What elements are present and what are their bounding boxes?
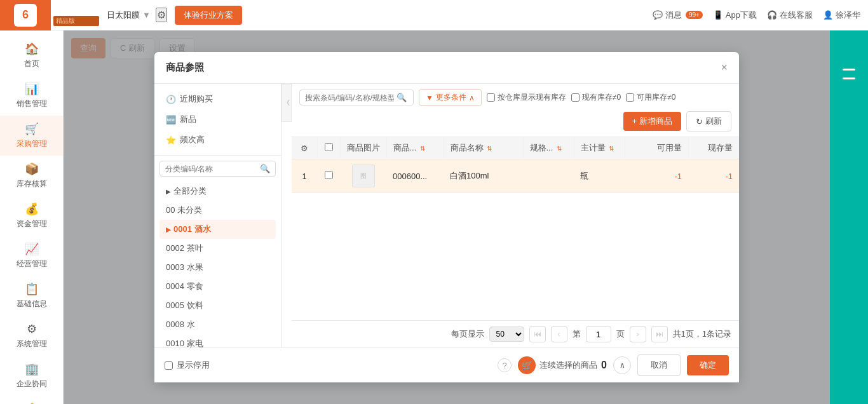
modal-body: 🕐 近期购买 🆕 新品 ⭐ 频次高 [154,84,739,347]
try-button[interactable]: 体验行业方案 [175,6,242,25]
modal-close-button[interactable]: × [721,61,728,74]
row-checkbox-cell[interactable] [317,159,340,193]
sidebar-item-enterprise[interactable]: 🏢 企业协同 [0,356,63,396]
product-search-input[interactable] [305,93,394,102]
row-avail: -1 [625,159,688,193]
category-search-box[interactable]: 🔍 [159,161,276,177]
cart-summary: 🛒 连续选择的商品 0 [518,356,607,374]
messages-label: 消息 [665,10,682,21]
category-all-label: 全部分类 [173,185,207,197]
category-drink[interactable]: 0005 饮料 [159,296,276,315]
main-layout: 🏠 首页 📊 销售管理 🛒 采购管理 📦 库存核算 💰 资金管理 📈 经营管理 … [0,30,868,404]
toolbar-right: + 新增商品 ↻ 刷新 [623,111,731,131]
sidebar-item-finance[interactable]: 💰 资金管理 [0,196,63,236]
sidebar-item-sales[interactable]: 📊 销售管理 [0,76,63,116]
sidebar-label-purchase: 采购管理 [17,138,47,149]
category-all[interactable]: ▶ 全部分类 [159,182,276,201]
category-uncategorized[interactable]: 00 未分类 [159,201,276,220]
headset-icon: 🎧 [767,10,777,20]
expand-icon[interactable] [843,77,855,79]
col-gear[interactable]: ⚙ [292,137,317,159]
collapse-panel-button[interactable]: 《 [281,84,292,122]
settings-icon[interactable]: ⚙ [156,8,167,22]
category-fruit[interactable]: 0003 水果 [159,258,276,277]
show-disabled-label[interactable]: 显示停用 [165,360,210,371]
fold-button[interactable]: ∧ [613,356,631,374]
logo-icon: 6 [14,4,37,27]
sidebar-item-guide[interactable]: 🔔 新手引导 [0,396,63,404]
per-page-select[interactable]: 50 100 200 [489,327,524,342]
category-tea[interactable]: 0002 茶叶 [159,239,276,258]
finance-icon: 💰 [25,202,39,216]
store-arrow-icon: ▼ [142,10,151,20]
table-row[interactable]: 1 图 000600... 白酒100ml 瓶 [292,159,739,193]
category-appliance[interactable]: 0010 家电 [159,334,276,347]
service-nav[interactable]: 🎧 在线客服 [767,10,813,21]
warehouse-checkbox-label[interactable]: 按仓库显示现有库存 [487,92,566,103]
col-avail-header: 可用量 [625,137,688,159]
sales-icon: 📊 [25,82,39,96]
sidebar-item-basic[interactable]: 📋 基础信息 [0,276,63,316]
first-page-button[interactable]: ⏮ [529,326,546,342]
close-icon[interactable] [843,69,855,71]
available-ne-checkbox-label[interactable]: 可用库存≠0 [626,92,675,103]
store-selector[interactable]: 日太阳膜 ▼ [107,10,151,21]
category-snack[interactable]: 0004 零食 [159,277,276,296]
stock-ne-checkbox-label[interactable]: 现有库存≠0 [571,92,621,103]
warehouse-checkbox[interactable] [487,93,495,102]
show-disabled-checkbox[interactable] [165,361,173,370]
clock-icon: 🕐 [166,95,176,104]
new-product-item[interactable]: 🆕 新品 [159,109,276,130]
sidebar: 🏠 首页 📊 销售管理 🛒 采购管理 📦 库存核算 💰 资金管理 📈 经营管理 … [0,30,64,404]
system-icon: ⚙ [27,322,37,336]
col-sku-header[interactable]: 商品... ⇅ [386,137,444,159]
sidebar-item-inventory[interactable]: 📦 库存核算 [0,156,63,196]
logo-title: 畅捷通好生意 [53,4,99,15]
messages-nav[interactable]: 💬 消息 99+ [653,10,703,21]
category-water-label: 0008 水 [166,319,195,330]
filter-button[interactable]: ▼ 更多条件 ∧ [419,89,482,106]
user-nav[interactable]: 👤 徐泽华 [823,10,860,21]
arrow-liquor-icon: ▶ [166,226,171,233]
app-download-nav[interactable]: 📱 App下载 [713,10,757,21]
add-product-button[interactable]: + 新增商品 [623,112,681,131]
help-icon[interactable]: ? [498,358,512,372]
category-section: 🔍 ▶ 全部分类 00 未分类 ▶ 0001 酒水 [154,156,281,347]
col-unit-header[interactable]: 主计量 ⇅ [574,137,625,159]
category-search-input[interactable] [165,165,257,173]
col-check-header[interactable] [317,137,340,159]
home-icon: 🏠 [25,42,39,56]
category-liquor[interactable]: ▶ 0001 酒水 [159,220,276,239]
col-name-header[interactable]: 商品名称 ⇅ [444,137,523,159]
right-panel [830,30,868,404]
row-name: 白酒100ml [444,159,523,193]
sidebar-item-purchase[interactable]: 🛒 采购管理 [0,116,63,156]
sidebar-label-basic: 基础信息 [17,299,47,309]
available-ne-checkbox[interactable] [626,93,634,102]
sidebar-item-system[interactable]: ⚙ 系统管理 [0,316,63,356]
name-sort-icon: ⇅ [487,145,492,152]
row-checkbox[interactable] [325,171,333,179]
product-table-body: 1 图 000600... 白酒100ml 瓶 [292,159,739,193]
confirm-button[interactable]: 确定 [687,355,729,375]
row-sku: 000600... [386,159,444,193]
product-search-box[interactable]: 🔍 [299,90,414,105]
sidebar-item-operations[interactable]: 📈 经营管理 [0,236,63,276]
last-page-button[interactable]: ⏭ [651,326,668,342]
operations-icon: 📈 [25,242,39,256]
prev-page-button[interactable]: ‹ [551,326,567,342]
refresh-button[interactable]: ↻ 刷新 [686,111,731,131]
stock-ne-checkbox[interactable] [571,93,580,102]
sidebar-item-home[interactable]: 🏠 首页 [0,36,63,76]
category-uncategorized-label: 00 未分类 [166,205,202,216]
new-icon: 🆕 [166,115,176,125]
show-disabled-text: 显示停用 [177,360,210,371]
frequent-item[interactable]: ⭐ 频次高 [159,130,276,150]
page-number-input[interactable] [586,326,611,342]
next-page-button[interactable]: › [630,326,646,342]
cancel-button[interactable]: 取消 [637,354,681,376]
col-spec-header[interactable]: 规格... ⇅ [523,137,574,159]
category-water[interactable]: 0008 水 [159,315,276,334]
recent-purchase-item[interactable]: 🕐 近期购买 [159,89,276,109]
select-all-checkbox[interactable] [325,143,333,151]
